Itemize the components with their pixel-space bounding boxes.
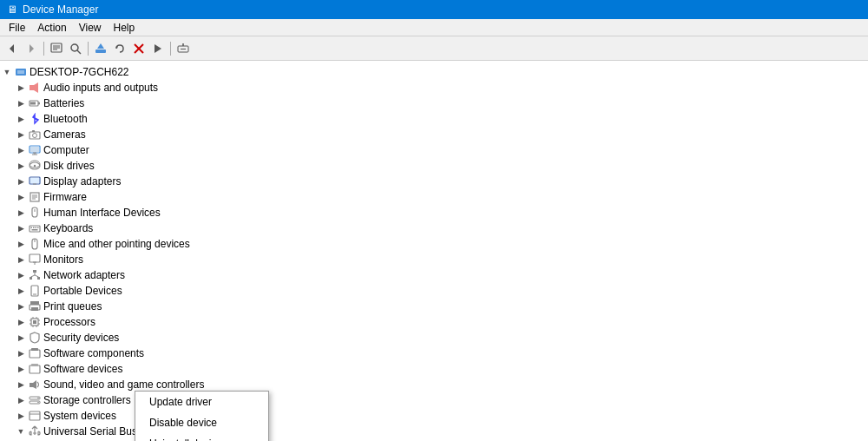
software-devices-icon [28, 362, 42, 376]
bluetooth-icon [28, 112, 42, 126]
tree-item-software-devices[interactable]: ▶ Software devices [14, 361, 868, 377]
svg-marker-13 [155, 44, 161, 53]
computer-icon [28, 143, 42, 157]
system-expander[interactable]: ▶ [14, 409, 28, 423]
tree-item-display[interactable]: ▶ Display adapters [14, 174, 868, 189]
toolbar-sep-2 [88, 42, 89, 56]
hid-expander[interactable]: ▶ [14, 206, 28, 220]
enable-button[interactable] [149, 40, 167, 57]
keyboards-label: Keyboards [43, 220, 93, 236]
display-expander[interactable]: ▶ [14, 174, 28, 188]
menu-file[interactable]: File [3, 20, 30, 36]
svg-line-7 [77, 50, 81, 54]
mice-expander[interactable]: ▶ [14, 237, 28, 251]
rollback-button[interactable] [111, 40, 128, 57]
tree-item-mice[interactable]: ▶ Mice and other pointing devices [14, 236, 868, 252]
tree-item-hid[interactable]: ▶ Human Interface Devices [14, 205, 868, 220]
tree-item-computer[interactable]: ▶ Computer [14, 142, 868, 158]
scan-button[interactable] [67, 40, 84, 57]
tree-root[interactable]: ▼ DESKTOP-7GCH622 [0, 64, 868, 80]
tree-item-bluetooth[interactable]: ▶ Bluetooth [14, 111, 868, 127]
forward-button[interactable] [23, 40, 40, 57]
sound-expander[interactable]: ▶ [14, 378, 28, 392]
security-icon [28, 331, 42, 345]
audio-expander[interactable]: ▶ [14, 81, 28, 95]
context-disable-device[interactable]: Disable device [135, 412, 268, 433]
bluetooth-expander[interactable]: ▶ [14, 112, 28, 126]
batteries-expander[interactable]: ▶ [14, 96, 28, 110]
network-expander[interactable]: ▶ [14, 268, 28, 282]
disk-expander[interactable]: ▶ [14, 159, 28, 173]
tree-item-security[interactable]: ▶ Security devices [14, 330, 868, 346]
svg-rect-44 [31, 227, 33, 229]
svg-rect-75 [31, 348, 38, 351]
computer-label: Computer [43, 142, 89, 158]
tree-item-cameras[interactable]: ▶ Cameras [14, 127, 868, 142]
context-update-driver[interactable]: Update driver [135, 392, 268, 412]
disk-label: Disk drives [43, 158, 95, 174]
computer-expander[interactable]: ▶ [14, 143, 28, 157]
tree-item-keyboards[interactable]: ▶ Keyboards [14, 220, 868, 236]
bluetooth-label: Bluetooth [43, 111, 88, 127]
svg-point-83 [37, 402, 39, 404]
tree-item-firmware[interactable]: ▶ Firmware [14, 189, 868, 205]
back-button[interactable] [3, 40, 21, 57]
tree-item-processors[interactable]: ▶ Processors [14, 314, 868, 330]
svg-rect-63 [31, 307, 38, 311]
audio-icon [28, 81, 42, 95]
processors-expander[interactable]: ▶ [14, 315, 28, 329]
svg-rect-48 [32, 229, 38, 231]
svg-rect-46 [36, 227, 37, 229]
add-hardware-button[interactable] [174, 40, 192, 57]
svg-rect-50 [30, 254, 40, 262]
svg-marker-1 [30, 44, 34, 53]
keyboards-expander[interactable]: ▶ [14, 221, 28, 235]
title-bar: 🖥 Device Manager [0, 0, 868, 19]
portable-label: Portable Devices [43, 283, 122, 299]
tree-item-network[interactable]: ▶ Network adapters [14, 267, 868, 283]
toolbar-sep-3 [170, 42, 171, 56]
disk-icon [28, 159, 42, 173]
tree-item-print[interactable]: ▶ Print queues [14, 299, 868, 314]
firmware-expander[interactable]: ▶ [14, 190, 28, 204]
svg-rect-19 [30, 85, 34, 90]
svg-point-6 [71, 44, 78, 51]
uninstall-button[interactable] [130, 40, 148, 57]
tree-item-software-components[interactable]: ▶ Software components [14, 346, 868, 361]
usb-icon [28, 425, 42, 438]
batteries-icon [28, 96, 42, 110]
tree-item-portable[interactable]: ▶ Portable Devices [14, 283, 868, 299]
menu-help[interactable]: Help [108, 20, 141, 36]
storage-expander[interactable]: ▶ [14, 393, 28, 407]
update-driver-button[interactable] [92, 40, 109, 57]
properties-button[interactable] [48, 40, 65, 57]
print-expander[interactable]: ▶ [14, 299, 28, 313]
security-expander[interactable]: ▶ [14, 331, 28, 345]
software-devices-expander[interactable]: ▶ [14, 362, 28, 376]
processors-label: Processors [43, 314, 95, 330]
svg-rect-77 [31, 364, 38, 366]
tree-item-disk[interactable]: ▶ Disk drives [14, 158, 868, 174]
network-icon [28, 268, 42, 282]
svg-marker-0 [10, 44, 14, 53]
menu-bar: File Action View Help [0, 19, 868, 36]
monitors-expander[interactable]: ▶ [14, 253, 28, 267]
software-components-expander[interactable]: ▶ [14, 346, 28, 360]
cameras-expander[interactable]: ▶ [14, 128, 28, 142]
svg-point-25 [33, 134, 37, 138]
svg-rect-43 [30, 226, 40, 232]
usb-expander[interactable]: ▼ [14, 425, 28, 438]
svg-rect-22 [30, 102, 36, 105]
tree-item-audio[interactable]: ▶ Audio inputs and outputs [14, 80, 868, 95]
portable-expander[interactable]: ▶ [14, 284, 28, 298]
menu-view[interactable]: View [74, 20, 107, 36]
svg-marker-9 [97, 43, 104, 49]
tree-item-batteries[interactable]: ▶ Batteries [14, 95, 868, 111]
menu-action[interactable]: Action [32, 20, 71, 36]
tree-item-monitors[interactable]: ▶ Monitors [14, 252, 868, 267]
software-components-label: Software components [43, 346, 144, 361]
security-label: Security devices [43, 330, 119, 346]
root-expander[interactable]: ▼ [0, 65, 14, 79]
context-uninstall-device[interactable]: Uninstall device [135, 433, 268, 441]
firmware-icon [28, 190, 42, 204]
